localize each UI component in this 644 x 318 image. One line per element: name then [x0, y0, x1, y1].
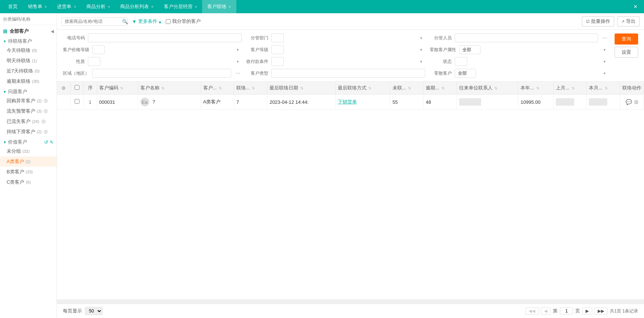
sidebar-collapse-btn[interactable]: ◀: [51, 29, 54, 34]
export-btn[interactable]: ↗ 导出: [617, 16, 640, 26]
filter-my-customers-checkbox[interactable]: [166, 19, 171, 24]
filter-price-level-select[interactable]: [92, 45, 105, 54]
total-records-label: 共1页 1条记录: [610, 308, 638, 314]
row-select-checkbox[interactable]: [75, 99, 79, 104]
filter-action-buttons: 查询 设置: [615, 33, 638, 78]
sidebar-item-7days[interactable]: 近7天待联络 (0): [0, 66, 57, 76]
sort-contact-count-icon: ⇅: [252, 86, 255, 90]
sidebar-item-a-class[interactable]: A类客户 (1): [0, 156, 57, 167]
table-header-overdue[interactable]: 逾期... ⇅: [423, 82, 457, 95]
filter-customer-type-input[interactable]: [271, 69, 425, 78]
filter-payment-field: 收付款条件: [246, 57, 425, 66]
nav-sales[interactable]: 销售单 ×: [23, 0, 52, 13]
nav-customer-contact[interactable]: 客户联络 ×: [202, 0, 236, 13]
row-last-method[interactable]: 下销货单: [335, 95, 390, 110]
table-header-this-month[interactable]: 本月... ⇅: [587, 82, 620, 95]
sidebar-group-problem[interactable]: ▼ 问题客户: [0, 86, 57, 96]
page-label: 第: [553, 308, 558, 314]
filter-nature-select[interactable]: [88, 57, 100, 66]
filter-search-icon[interactable]: 🔍: [122, 19, 128, 24]
per-page-select[interactable]: 50: [85, 307, 103, 315]
row-checkbox[interactable]: [70, 95, 83, 110]
sidebar-item-churned[interactable]: 已流失客户 (24) ⓪: [0, 116, 57, 127]
nav-sales-close[interactable]: ×: [44, 4, 47, 9]
filter-payment-wrapper: [271, 57, 425, 66]
action-message-icon[interactable]: 💬: [626, 99, 632, 105]
nav-product-list-close[interactable]: ×: [151, 4, 153, 9]
horizontal-scrollbar[interactable]: [57, 299, 644, 304]
row-last-method-link[interactable]: 下销货单: [338, 99, 357, 105]
nav-purchase[interactable]: 进货单 ×: [52, 0, 81, 13]
table-header-contact-person[interactable]: 往来单位联系人 ⇅: [457, 82, 518, 95]
nav-home[interactable]: 首页: [3, 0, 23, 13]
last-page-btn[interactable]: ▶▶: [594, 307, 608, 315]
filter-search-input[interactable]: [65, 19, 120, 24]
filter-scatter-attr-field: 零散客户属性 全部: [430, 45, 609, 54]
batch-operation-btn[interactable]: ☑ 批量操作: [582, 16, 614, 26]
sidebar-group-waiting[interactable]: ▼ 待联络客户: [0, 36, 57, 45]
filter-region-more[interactable]: ···: [234, 70, 242, 77]
sidebar-value-edit-icon[interactable]: ✎: [50, 139, 54, 145]
sidebar-item-today[interactable]: 今天待联络 (0): [0, 45, 57, 56]
table-header-level[interactable]: 客户... ⇅: [201, 82, 234, 95]
filter-scatter-attr-select[interactable]: 全部: [459, 45, 480, 54]
nav-customer-segment-close[interactable]: ×: [195, 4, 197, 9]
filter-scatter-customer-field: 零散客户 全部: [430, 69, 609, 78]
table-header-name[interactable]: 客户名称 ⇅: [138, 82, 201, 95]
sort-this-month-icon: ⇅: [605, 86, 608, 90]
table-header-checkbox[interactable]: [70, 82, 83, 95]
sidebar-all-customers[interactable]: ⊞ 全部客户 ◀: [0, 25, 57, 36]
filter-scatter-attr-label: 零散客户属性: [430, 47, 456, 53]
sidebar-item-declining[interactable]: 持续下滑客户 (2) ⓪: [0, 127, 57, 137]
filter-region-input[interactable]: [92, 69, 231, 78]
table-header-last-month[interactable]: 上月... ⇅: [554, 82, 587, 95]
action-grid-icon[interactable]: ⊞: [634, 99, 638, 105]
nav-purchase-close[interactable]: ×: [74, 4, 76, 9]
sidebar-item-unclassified[interactable]: 未分组 (32): [0, 146, 57, 156]
table-header-last-method[interactable]: 最后联络方式 ⇅: [335, 82, 390, 95]
sidebar-group-value[interactable]: ▼ 价值客户 ↺ ✎: [0, 137, 57, 146]
page-number-input[interactable]: [560, 307, 573, 315]
sidebar-item-repurchase[interactable]: 回购异常客户 (2) ⓪: [0, 96, 57, 106]
row-contact-person: [457, 95, 518, 110]
filter-manager-input[interactable]: [455, 33, 598, 42]
nav-customer-segment[interactable]: 客户分层经营 ×: [159, 0, 202, 13]
sidebar-search-input[interactable]: [3, 17, 57, 22]
filter-payment-select[interactable]: [271, 57, 284, 66]
filter-status-label: 状态: [430, 59, 452, 65]
sidebar-item-c-class[interactable]: C类客户 (6): [0, 177, 57, 187]
nav-close-all[interactable]: ×: [630, 3, 641, 11]
prev-page-btn[interactable]: ◀: [541, 307, 551, 315]
sidebar-item-tomorrow[interactable]: 明天待联络 (1): [0, 56, 57, 66]
sidebar-item-b-class[interactable]: B类客户 (33): [0, 167, 57, 177]
table-header-contact-count[interactable]: 联络... ⇅: [234, 82, 267, 95]
table-header-year-amount[interactable]: 本年... ⇅: [518, 82, 554, 95]
query-btn[interactable]: 查询: [615, 33, 638, 45]
sidebar-item-b-class-label: B类客户: [7, 169, 24, 175]
table-header-no-contact[interactable]: 未联... ⇅: [390, 82, 423, 95]
next-page-btn[interactable]: ▶: [582, 307, 592, 315]
table-header-code[interactable]: 客户编码 ⇅: [97, 82, 138, 95]
settings-btn[interactable]: 设置: [615, 47, 638, 58]
sidebar-value-refresh-icon[interactable]: ↺: [44, 139, 48, 145]
filter-dept-select[interactable]: [271, 33, 284, 42]
sidebar-group-value-label: 价值客户: [8, 139, 27, 145]
nav-product-list[interactable]: 商品分析列表 ×: [115, 0, 158, 13]
filter-more-btn[interactable]: ▼ 更多条件 ▴: [132, 18, 161, 25]
nav-product-analysis-close[interactable]: ×: [108, 4, 110, 9]
filter-customer-level-select[interactable]: [271, 45, 284, 54]
nav-product-analysis[interactable]: 商品分析 ×: [81, 0, 115, 13]
sidebar-item-churn-warning[interactable]: 流失预警客户 (3) ⓪: [0, 106, 57, 116]
first-page-btn[interactable]: ◀◀: [525, 307, 539, 315]
nav-customer-contact-close[interactable]: ×: [229, 4, 231, 9]
table-header-gear[interactable]: ⚙: [57, 82, 70, 95]
filter-status-select[interactable]: [455, 57, 467, 66]
filter-more-label: 更多条件: [138, 18, 157, 25]
filter-phone-input[interactable]: [88, 33, 242, 42]
select-all-checkbox[interactable]: [75, 85, 79, 90]
filter-my-customers[interactable]: 我分管的客户: [166, 18, 201, 25]
table-header-last-date[interactable]: 最后联络日期 ⇅: [267, 82, 335, 95]
sidebar-item-overdue[interactable]: 逾期未联络 (30): [0, 76, 57, 86]
filter-scatter-customer-select[interactable]: 全部: [455, 69, 476, 78]
filter-manager-more[interactable]: ···: [601, 35, 609, 41]
